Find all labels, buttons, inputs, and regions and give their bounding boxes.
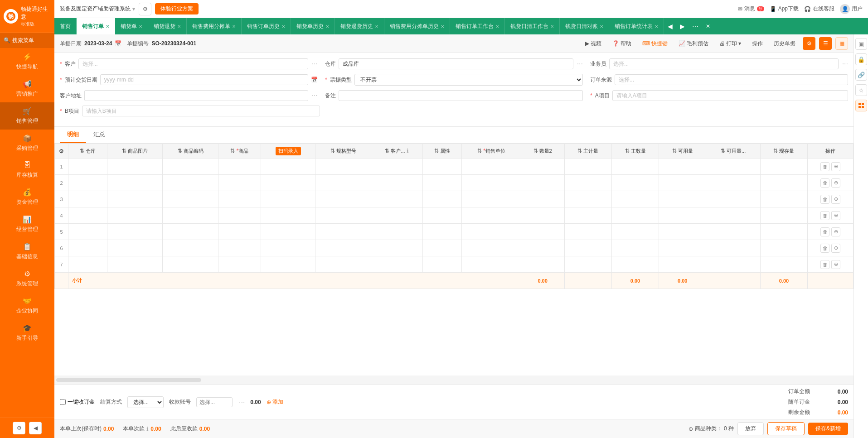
tab-daily-clear-workbench-close[interactable]: ✕	[550, 24, 554, 29]
tab-invoice-history[interactable]: 销货单历史 ✕	[291, 18, 335, 34]
card-view-btn[interactable]: ▦	[835, 37, 848, 50]
tab-order-workbench-close[interactable]: ✕	[495, 24, 499, 29]
sort-icon[interactable]: ⇅	[385, 148, 389, 154]
a-project-input[interactable]	[612, 90, 848, 101]
tab-daily-reconcile-close[interactable]: ✕	[600, 24, 603, 29]
tab-return-history-close[interactable]: ✕	[375, 24, 378, 29]
sidebar-item-purchase[interactable]: 📦 采购管理	[0, 130, 54, 157]
online-service-btn[interactable]: 🎧 在线客服	[804, 5, 834, 13]
tab-home[interactable]: 首页	[54, 18, 77, 34]
row-customer-code[interactable]	[371, 159, 423, 175]
tab-sales-return[interactable]: 销货退货 ✕	[148, 18, 187, 34]
right-panel-btn-1[interactable]: ▣	[855, 38, 867, 50]
one-click-checkout-checkbox[interactable]: 一键收订金	[60, 398, 95, 406]
tab-sales-order-close[interactable]: ✕	[106, 24, 109, 29]
delete-row-btn[interactable]: 🗑	[820, 211, 829, 220]
tab-return-history[interactable]: 销货退货历史 ✕	[335, 18, 384, 34]
sidebar-item-finance[interactable]: 💰 资金管理	[0, 183, 54, 211]
tab-prev-btn[interactable]: ◀	[664, 18, 676, 34]
topbar-settings-btn[interactable]: ⚙	[139, 3, 151, 15]
tab-sales-invoice-close[interactable]: ✕	[139, 24, 142, 29]
delete-row-btn[interactable]: 🗑	[820, 244, 829, 253]
tab-sales-order[interactable]: 销售订单 ✕	[77, 18, 115, 34]
sort-icon[interactable]: ⇅	[773, 148, 778, 154]
salesperson-more-btn[interactable]: ···	[842, 60, 848, 68]
user-menu[interactable]: 👤 用户	[840, 4, 863, 14]
row-attr[interactable]	[423, 159, 462, 175]
row-unit[interactable]	[462, 159, 521, 175]
sidebar-item-operations[interactable]: 📊 经营管理	[0, 211, 54, 238]
sidebar-search[interactable]: 🔍 搜索菜单	[0, 33, 54, 48]
save-draft-btn[interactable]: 保存草稿	[767, 422, 805, 435]
operation-btn[interactable]: 操作	[748, 39, 766, 49]
system-title-dropdown-icon[interactable]: ▾	[132, 6, 135, 12]
tab-daily-clear-workbench[interactable]: 钱货日清工作台 ✕	[505, 18, 560, 34]
delivery-date-input[interactable]	[100, 74, 308, 85]
delete-row-btn[interactable]: 🗑	[820, 178, 829, 188]
account-more-btn[interactable]: ···	[239, 398, 245, 406]
sidebar-item-marketing[interactable]: 📢 营销推广	[0, 75, 54, 102]
customer-more-btn[interactable]: ···	[312, 60, 318, 68]
tab-sales-fee-close[interactable]: ✕	[232, 24, 236, 29]
delete-row-btn[interactable]: 🗑	[820, 195, 829, 204]
delete-row-btn[interactable]: 🗑	[820, 260, 829, 269]
tab-invoice-history-close[interactable]: ✕	[325, 24, 329, 29]
order-source-input[interactable]	[615, 74, 848, 85]
profit-btn[interactable]: 📈 毛利预估	[675, 39, 712, 49]
tab-order-workbench[interactable]: 销售订单工作台 ✕	[450, 18, 505, 34]
view-btn[interactable]: ▶ 视频	[582, 39, 605, 49]
save-new-btn[interactable]: 保存&新增	[808, 423, 848, 435]
sort-icon[interactable]: ⇅	[477, 148, 482, 154]
sort-icon[interactable]: ⇅	[178, 148, 182, 154]
delete-row-btn[interactable]: 🗑	[820, 162, 829, 171]
calendar-icon[interactable]: 📅	[115, 40, 121, 47]
right-panel-btn-3[interactable]: 🔗	[855, 69, 867, 81]
warehouse-input[interactable]	[339, 58, 573, 69]
address-more-btn[interactable]: ···	[312, 91, 318, 100]
copy-row-btn[interactable]: ⊕	[831, 244, 840, 253]
copy-row-btn[interactable]: ⊕	[831, 162, 840, 171]
sidebar-item-basicinfo[interactable]: 📋 基础信息	[0, 238, 54, 265]
tab-summary[interactable]: 汇总	[86, 127, 112, 143]
sort-icon[interactable]: ⇅	[122, 148, 126, 154]
tab-sales-return-close[interactable]: ✕	[177, 24, 181, 29]
info-icon-debit[interactable]: ℹ	[146, 426, 149, 432]
salesperson-input[interactable]	[609, 58, 839, 69]
right-panel-btn-4[interactable]: ☆	[855, 84, 867, 96]
message-btn[interactable]: ✉ 消息 9	[738, 5, 764, 13]
app-download-btn[interactable]: 📱 App下载	[770, 5, 799, 13]
grid-view-btn[interactable]: ☰	[819, 37, 832, 50]
tab-close-all-btn[interactable]: ✕	[702, 18, 714, 34]
sidebar-item-inventory[interactable]: 🗄 库存核算	[0, 157, 54, 183]
customer-address-input[interactable]	[84, 90, 308, 101]
tab-sales-history[interactable]: 销售订单历史 ✕	[242, 18, 291, 34]
copy-row-btn[interactable]: ⊕	[831, 227, 840, 236]
print-btn[interactable]: 🖨 打印 ▾	[716, 39, 745, 49]
tab-sales-history-close[interactable]: ✕	[281, 24, 285, 29]
sort-icon[interactable]: ⇅	[533, 148, 538, 154]
tab-order-stats-close[interactable]: ✕	[655, 24, 658, 29]
discard-btn[interactable]: 放弃	[737, 422, 764, 435]
sidebar-item-shortcut[interactable]: ⚡ 快捷导航	[0, 48, 54, 75]
sidebar-item-sales[interactable]: 🛒 销售管理	[0, 102, 54, 130]
one-click-checkout-input[interactable]	[60, 399, 66, 405]
tab-fee-history-close[interactable]: ✕	[441, 24, 444, 29]
right-panel-btn-2[interactable]: 🔒	[855, 53, 867, 65]
info-icon[interactable]: ℹ	[407, 148, 409, 154]
tab-more-btn[interactable]: ⋯	[689, 18, 702, 34]
copy-row-btn[interactable]: ⊕	[831, 260, 840, 269]
row-main-qty[interactable]	[611, 159, 659, 175]
history-btn[interactable]: 历史单据	[770, 39, 799, 49]
tab-order-stats[interactable]: 销售订单统计表 ✕	[609, 18, 664, 34]
account-input[interactable]	[196, 397, 233, 407]
row-spec[interactable]	[315, 159, 371, 175]
h-scrollbar[interactable]	[56, 378, 201, 382]
settings-action-btn[interactable]: ⚙	[803, 37, 815, 50]
invoice-type-select[interactable]: 不开票 增值税普通发票 增值税专用发票	[354, 74, 583, 86]
row-qty2[interactable]	[521, 159, 564, 175]
customer-input[interactable]	[78, 58, 308, 69]
tab-detail[interactable]: 明细	[60, 127, 86, 143]
sort-icon[interactable]: ⇅	[230, 148, 235, 154]
sidebar-item-newbie[interactable]: 🎓 新手引导	[0, 319, 54, 347]
sidebar-settings-btn[interactable]: ⚙	[13, 422, 25, 434]
